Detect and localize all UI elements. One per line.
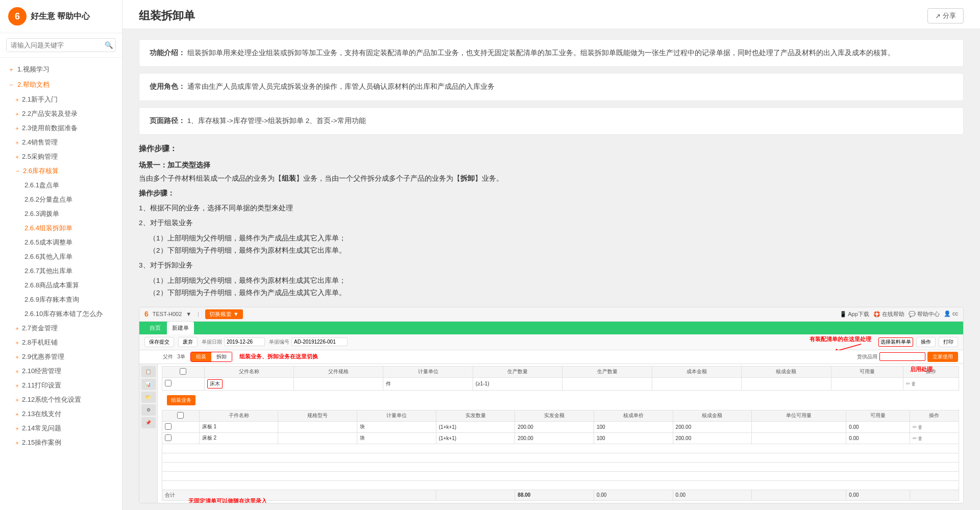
annotation-free-label: 无固定清单可以做随在这里录入 — [188, 498, 267, 503]
ss-icon-1[interactable]: 📋 — [141, 366, 156, 377]
ss-btn-save[interactable]: 保存提交 — [144, 337, 174, 347]
sidebar: 6 好生意 帮助中心 🔍 ＋ 1.视频学习 － 2.帮助文档 ＋ 2.1新手入门… — [0, 0, 122, 510]
ss-row-delete[interactable]: 🗑 — [911, 381, 916, 386]
sidebar-item-print[interactable]: ＋ 2.11打印设置 — [14, 378, 122, 393]
role-label: 使用角色： — [150, 83, 185, 90]
ss-th-unit-avail: 单位可用量 — [752, 410, 846, 421]
sidebar-item-sales[interactable]: ＋ 2.4销售管理 — [14, 135, 122, 150]
ss-refresh-btn[interactable]: 切换账套 ▼ — [205, 309, 243, 319]
sidebar-item-2-6-7[interactable]: 2.6.7其他出库单 — [24, 264, 122, 278]
content-body: 功能介绍： 组装拆卸单用来处理企业组装或拆卸等加工业务，支持有固定装配清单的产品… — [122, 29, 980, 510]
ss-total-cp: 0.00 — [594, 490, 673, 500]
sidebar-item-2-6-1[interactable]: 2.6.1盘点单 — [24, 178, 122, 192]
sidebar-item-2-6-4[interactable]: 2.6.4组装拆卸单 — [24, 221, 122, 235]
ss-date-input[interactable] — [224, 337, 265, 346]
sidebar-item-video[interactable]: ＋ 1.视频学习 — [0, 62, 122, 77]
sidebar-item-2-6-5[interactable]: 2.6.5成本调整单 — [24, 235, 122, 250]
ss-nav-home[interactable]: 自页 — [144, 322, 166, 334]
sidebar-item-2-6-8[interactable]: 2.6.8商品成本重算 — [24, 278, 122, 293]
sidebar-item-2-6-9[interactable]: 2.6.9库存账本查询 — [24, 293, 122, 307]
ops-steps-label: 操作步骤： — [139, 188, 964, 200]
plus-icon: ＋ — [14, 110, 20, 118]
sidebar-item-purchase[interactable]: ＋ 2.5采购管理 — [14, 150, 122, 164]
ss-check-all-upper[interactable] — [180, 368, 186, 375]
ss-btn-cancel[interactable]: 废弃 — [178, 337, 198, 347]
ss-row-del1[interactable]: 🗑 — [918, 424, 923, 430]
ss-icon-3[interactable]: 📁 — [141, 392, 156, 403]
sidebar-item-payment[interactable]: ＋ 2.13在线支付 — [14, 407, 122, 421]
search-input[interactable] — [7, 39, 101, 52]
ss-th-unit: 计量单位 — [383, 366, 473, 377]
sidebar-item-2-6-3[interactable]: 2.6.3调拨单 — [24, 207, 122, 221]
sidebar-item-newuser[interactable]: ＋ 2.1新手入门 — [14, 92, 122, 107]
ss-td-amt2: 200.00 — [515, 432, 594, 444]
share-button[interactable]: ↗ 分享 — [927, 8, 964, 23]
role-block: 使用角色： 通常由生产人员或库管人员完成拆装业务的操作，库管人员确认原材料的出库… — [139, 73, 964, 101]
sidebar-item-purchase-label: 2.5采购管理 — [22, 152, 58, 161]
sidebar-item-install[interactable]: ＋ 2.2产品安装及登录 — [14, 107, 122, 121]
sidebar-item-mobile[interactable]: ＋ 2.8手机旺铺 — [14, 335, 122, 350]
app-logo: 6 — [8, 7, 27, 26]
step3-sub1: （1）上部明细为父件明细，最终作为原材料生成其它出库单； — [149, 275, 964, 287]
ss-lower-table: 子件名称 规格型号 计量单位 实发数量 实发金额 核成单价 核成金额 单位可用量 — [162, 410, 959, 501]
ss-type-toggle[interactable]: 组装 拆卸 — [190, 352, 232, 362]
sidebar-item-faq[interactable]: ＋ 2.14常见问题 — [14, 421, 122, 435]
ss-row-check[interactable] — [165, 380, 172, 386]
sidebar-item-2-6-6[interactable]: 2.6.6其他入库单 — [24, 250, 122, 264]
ss-row-check[interactable] — [165, 423, 172, 430]
sidebar-item-cases[interactable]: ＋ 2.15操作案例 — [14, 435, 122, 450]
sidebar-item-finance[interactable]: ＋ 2.7资金管理 — [14, 321, 122, 335]
table-row — [162, 471, 959, 480]
scenario1-label: 场景一：加工类型选择 — [139, 161, 964, 170]
ss-row-edit1[interactable]: ✏ — [913, 424, 917, 430]
ss-row-edit2[interactable]: ✏ — [913, 435, 917, 441]
search-button[interactable]: 🔍 — [101, 39, 116, 52]
ss-confirm-btn[interactable]: 立家使用 — [927, 352, 958, 362]
sidebar-item-print-label: 2.11打印设置 — [22, 381, 61, 390]
plus-icon: ＋ — [14, 425, 20, 432]
ss-icon-5[interactable]: 📌 — [141, 417, 156, 428]
sidebar-item-2-6-2[interactable]: 2.6.2分量盘点单 — [24, 192, 122, 207]
plus-icon: ＋ — [14, 125, 20, 132]
ss-icon-4[interactable]: ⚙ — [141, 404, 156, 416]
ss-print-btn[interactable]: 打印 — [939, 337, 958, 347]
ss-type-assembly[interactable]: 组装 — [191, 352, 211, 361]
table-row — [162, 453, 959, 462]
ss-apps-icon: 📱 App下载 — [840, 310, 869, 318]
ss-th-cost-amt2: 核成金额 — [742, 366, 831, 377]
minus-icon: － — [8, 81, 14, 89]
ss-th-amt-issue: 实发金额 — [515, 410, 594, 421]
ss-row-edit[interactable]: ✏ — [906, 381, 910, 386]
ss-icon-2[interactable]: 📊 — [141, 379, 156, 390]
sidebar-item-docs[interactable]: － 2.帮助文档 — [0, 77, 122, 92]
ss-parent-name-cell[interactable]: 床木 — [207, 379, 223, 388]
app-name: 好生意 帮助中心 — [31, 11, 90, 22]
ss-row-check[interactable] — [165, 434, 172, 441]
sidebar-item-settings[interactable]: ＋ 2.12系统个性化设置 — [14, 393, 122, 407]
sidebar-item-data-prep[interactable]: ＋ 2.3使用前数据准备 — [14, 121, 122, 135]
sidebar-item-coupon[interactable]: ＋ 2.9优惠券管理 — [14, 350, 122, 364]
ss-select-bom-btn[interactable]: 选择装料单单 — [878, 337, 913, 347]
ss-td-ca2: 200.00 — [673, 432, 752, 444]
ss-row-del2[interactable]: 🗑 — [918, 435, 923, 441]
sidebar-docs-sub: ＋ 2.1新手入门 ＋ 2.2产品安装及登录 ＋ 2.3使用前数据准备 ＋ 2.… — [0, 92, 122, 450]
search-box[interactable]: 🔍 — [6, 38, 116, 52]
ss-total-qty — [436, 490, 515, 500]
ss-check-all-lower[interactable] — [177, 412, 184, 419]
sidebar-item-ops[interactable]: ＋ 2.10经营管理 — [14, 364, 122, 378]
ss-nav-item3[interactable] — [195, 322, 211, 334]
sidebar-item-data-prep-label: 2.3使用前数据准备 — [22, 124, 78, 133]
ss-type-disassembly[interactable]: 拆卸 — [211, 352, 232, 361]
ss-total-amt: 88.00 — [515, 490, 594, 500]
ss-nav-new[interactable]: 新建单 — [167, 322, 194, 334]
sidebar-item-inventory[interactable]: － 2.6库存核算 — [14, 164, 122, 178]
sidebar-item-inventory-label: 2.6库存核算 — [23, 166, 59, 176]
ss-supplier-input[interactable] — [879, 352, 925, 361]
ss-code-input[interactable] — [291, 337, 348, 346]
sidebar-item-2-6-10[interactable]: 2.6.10库存账本错了怎么办 — [24, 307, 122, 321]
table-row — [162, 444, 959, 453]
ss-th-qty-issue: 实发数量 — [436, 410, 515, 421]
sidebar-item-mobile-label: 2.8手机旺铺 — [22, 338, 58, 347]
ss-th-child-act: 操作 — [910, 410, 959, 421]
ss-more-btn[interactable]: 操作 — [916, 337, 936, 347]
